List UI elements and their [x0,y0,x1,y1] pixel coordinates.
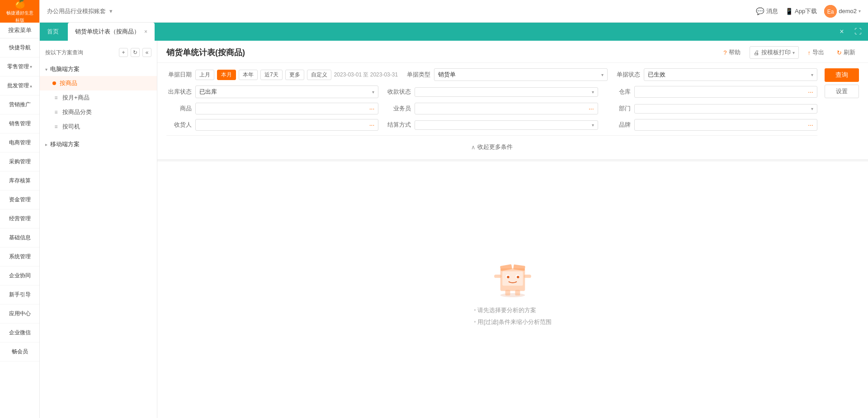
empty-tip-1: 请先选择要分析的方案 [474,304,551,316]
scheme-group-mobile-title[interactable]: ▸ 移动端方案 [40,138,157,151]
message-btn[interactable]: 💬 消息 [756,7,778,15]
warehouse-input[interactable]: ··· [634,86,817,98]
scheme-group-pc-title[interactable]: ▾ 电脑端方案 [40,62,157,76]
svg-point-8 [517,276,519,278]
sidebar-item-basic[interactable]: 基础信息 [0,228,39,247]
filter-doc-type: 单据类型 销货单 ▾ [405,68,608,81]
out-status-label: 出库状态 [166,88,192,96]
receipt-status-select[interactable]: ▾ [415,87,598,97]
filter-date: 单据日期 上月 本月 本年 近7天 更多 自定义 2023-03-01 至 20… [166,70,398,80]
recipient-dots[interactable]: ··· [369,121,375,128]
collapse-filter-btn[interactable]: ∧ 收起更多条件 [468,140,515,154]
receipt-status-arrow: ▾ [592,90,594,95]
doc-status-value: 已生效 [648,71,665,79]
export-btn[interactable]: ↑ 导出 [804,47,828,58]
settlement-select[interactable]: ▾ [415,120,598,130]
sidebar-item-apps[interactable]: 应用中心 [0,304,39,323]
query-btn[interactable]: 查询 [825,68,859,82]
scheme-collapse-btn[interactable]: « [142,48,151,57]
scheme-panel: 按以下方案查询 + ↻ « ▾ 电脑端方案 按商品 [40,41,157,418]
doc-type-arrow: ▾ [601,72,604,77]
sidebar-item-quick-nav[interactable]: 快捷导航 [0,38,39,57]
filter-row-1: 单据日期 上月 本月 本年 近7天 更多 自定义 2023-03-01 至 20… [166,68,817,81]
scheme-item-by-product[interactable]: 按商品 [40,76,157,90]
sidebar-item-marketing[interactable]: 营销推广 [0,95,39,114]
date-btn-more[interactable]: 更多 [285,70,304,80]
doc-type-select[interactable]: 销货单 ▾ [434,68,608,81]
svg-rect-14 [515,290,520,295]
dropdown-arrow[interactable]: ▾ [109,8,113,14]
home-label: 首页 [47,28,59,36]
filter-recipient: 收货人 ··· [166,119,378,131]
tab-report[interactable]: 销货单统计表（按商品） × [68,23,155,41]
tab-close-window[interactable]: × [835,25,848,38]
industry-label: 办公用品行业模拟账套 [47,7,106,15]
scheme-header-title: 按以下方案查询 [45,49,115,57]
page-title: 销货单统计表(按商品) [166,47,245,58]
sidebar-item-newbie[interactable]: 新手引导 [0,285,39,304]
out-status-arrow: ▾ [372,90,374,95]
sidebar-search[interactable]: 搜索菜单 [0,23,39,38]
sidebar-item-retail[interactable]: 零售管理 ▾ [0,57,39,76]
app-download-btn[interactable]: 📱 App下载 [785,7,817,15]
scheme-header: 按以下方案查询 + ↻ « [40,44,157,61]
salesman-input[interactable]: ··· [415,103,598,114]
sidebar-item-finance[interactable]: 资金管理 [0,190,39,209]
filter-out-status: 出库状态 已出库 ▾ [166,86,378,98]
dept-select[interactable]: ▾ [634,104,817,114]
sidebar-item-sales[interactable]: 销售管理 [0,114,39,133]
sidebar-item-member[interactable]: 畅会员 [0,342,39,361]
user-menu[interactable]: Ea demo2 ▾ [824,5,861,18]
sidebar-item-inventory[interactable]: 库存核算 [0,171,39,190]
sidebar-item-ecommerce[interactable]: 电商管理 [0,133,39,152]
date-btn-this-year[interactable]: 本年 [239,70,258,80]
export-icon: ↑ [808,49,811,56]
date-btn-last-month[interactable]: 上月 [195,70,214,80]
sidebar-item-wechat[interactable]: 企业微信 [0,323,39,342]
date-btn-this-month[interactable]: 本月 [217,70,236,80]
settings-btn[interactable]: 设置 [825,85,859,98]
tab-bar: 首页 销货单统计表（按商品） × × ⛶ [40,23,868,41]
scheme-refresh-btn[interactable]: ↻ [131,48,140,57]
scheme-item-by-driver[interactable]: ≡ 按司机 [40,119,157,134]
pc-group-arrow: ▾ [45,67,47,72]
warehouse-dots[interactable]: ··· [808,88,813,95]
refresh-btn[interactable]: ↻ 刷新 [833,47,859,58]
brand-dots[interactable]: ··· [808,121,813,128]
date-filter: 上月 本月 本年 近7天 更多 自定义 2023-03-01 至 2023-03… [195,70,398,80]
product-dots[interactable]: ··· [369,105,375,112]
active-dot [52,81,56,85]
scheme-add-btn[interactable]: + [119,48,128,57]
sidebar-item-purchase[interactable]: 采购管理 [0,152,39,171]
date-btn-custom[interactable]: 自定义 [307,70,331,80]
sidebar: 🍊 畅捷通好生意 标版 搜索菜单 快捷导航 零售管理 ▾ 批发管理 ▴ 营销推广… [0,0,40,418]
scheme-item-by-month-product[interactable]: ≡ 按月+商品 [40,90,157,105]
recipient-input[interactable]: ··· [195,119,378,131]
help-btn[interactable]: ? 帮助 [720,47,744,58]
top-header: 办公用品行业模拟账套 ▾ 💬 消息 📱 App下载 Ea demo2 [40,0,868,23]
category-icon: ≡ [52,109,60,116]
filter-salesman: 业务员 ··· [386,103,598,114]
svg-rect-13 [505,290,510,295]
print-template-btn[interactable]: 🖨 按模板打印 ▾ [750,46,799,59]
right-panel: 销货单统计表(按商品) ? 帮助 🖨 按模板打印 ▾ ↑ [157,41,868,418]
main-area: 办公用品行业模拟账套 ▾ 💬 消息 📱 App下载 Ea demo2 [40,0,868,418]
tab-maximize[interactable]: ⛶ [852,25,864,38]
help-label: 帮助 [729,48,741,57]
product-input[interactable]: ··· [195,103,378,114]
sidebar-item-enterprise[interactable]: 企业协同 [0,266,39,285]
sidebar-item-wholesale[interactable]: 批发管理 ▴ [0,76,39,95]
message-label: 消息 [766,7,778,15]
doc-status-select[interactable]: 已生效 ▾ [644,68,817,81]
sidebar-item-system[interactable]: 系统管理 [0,247,39,266]
tab-close-icon[interactable]: × [144,28,147,35]
scheme-item-by-category[interactable]: ≡ 按商品分类 [40,105,157,119]
tab-home[interactable]: 首页 [40,23,66,41]
app-name: 畅捷通好生意 [6,10,33,16]
out-status-select[interactable]: 已出库 ▾ [195,86,378,98]
date-btn-7days[interactable]: 近7天 [260,70,283,80]
brand-input[interactable]: ··· [634,119,817,131]
settlement-arrow: ▾ [592,123,594,128]
sidebar-item-operations[interactable]: 经营管理 [0,209,39,228]
salesman-dots[interactable]: ··· [589,105,594,112]
